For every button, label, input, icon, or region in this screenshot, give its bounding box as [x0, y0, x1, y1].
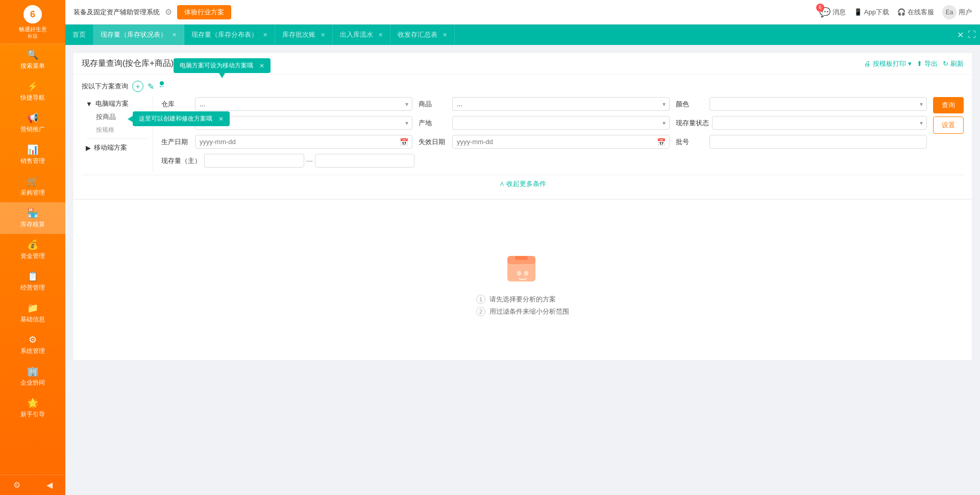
- batch-input[interactable]: [709, 135, 927, 149]
- sidebar-item-marketing[interactable]: 📢 营销推广: [0, 107, 65, 139]
- sidebar-item-operations[interactable]: 📋 经营管理: [0, 266, 65, 297]
- sidebar-item-inventory[interactable]: 🏪 库存核算: [0, 202, 65, 234]
- message-btn[interactable]: 💬 6 消息: [819, 7, 846, 18]
- sidebar-item-guide[interactable]: 🌟 新手引导: [0, 392, 65, 424]
- maximize-icon[interactable]: ⛶: [968, 30, 976, 39]
- tab-batch-ledger[interactable]: 库存批次账 ✕: [275, 25, 333, 45]
- empty-icon-wrap: [497, 241, 548, 287]
- trial-button[interactable]: 体验行业方案: [177, 5, 231, 19]
- tooltip-desktop-scheme: 电脑方案可设为移动方案哦 ✕: [174, 58, 271, 73]
- lightning-icon: ⚡: [27, 81, 38, 92]
- logo-text: 畅通好生意 标版: [19, 26, 47, 39]
- expire-date-start-input[interactable]: [452, 135, 670, 149]
- tooltip-create-scheme: 这里可以创建和修改方案哦 ✕: [133, 111, 230, 126]
- page-title: 现存量查询(按仓库+商品): [82, 58, 174, 69]
- filter-header: 按以下方案查询 + ✎ ← 电脑方案可设为移动方案哦 ✕: [82, 81, 964, 92]
- expire-date-range: 📅: [452, 135, 670, 149]
- sidebar-item-finance[interactable]: 💰 资金管理: [0, 234, 65, 266]
- color-dropdown-icon: ▾: [920, 101, 923, 108]
- step-1-num: 1: [476, 295, 485, 304]
- origin-select[interactable]: [452, 116, 670, 130]
- tooltip2-close[interactable]: ✕: [218, 115, 224, 123]
- filter-left-arrow-btn[interactable]: ←: [158, 82, 165, 90]
- online-service-btn[interactable]: 🎧 在线客服: [897, 8, 934, 17]
- tab-in-out-flow[interactable]: 出入库流水 ✕: [333, 25, 390, 45]
- sidebar-item-enterprise[interactable]: 🏢 企业协同: [0, 361, 65, 392]
- stock-qty-min-input[interactable]: [204, 154, 304, 168]
- filter-field-prod-date: 生产日期 📅: [161, 135, 412, 149]
- stock-status-select[interactable]: [712, 116, 927, 130]
- color-select[interactable]: [709, 97, 927, 111]
- collapse-sidebar-icon[interactable]: ◀: [46, 480, 53, 490]
- scheme-separator: [86, 138, 149, 139]
- query-button[interactable]: 查询: [933, 97, 964, 113]
- filter-field-batch: 批号: [676, 135, 927, 149]
- prod-date-start-input[interactable]: [195, 135, 412, 149]
- tab-close-recv-summary[interactable]: ✕: [443, 32, 447, 38]
- filter-field-origin: 产地 ▾: [419, 116, 670, 130]
- stock-qty-max-input[interactable]: [315, 154, 415, 168]
- origin-label: 产地: [419, 119, 449, 128]
- cart-icon: 🛒: [27, 176, 38, 187]
- stock-status-select-wrap: ▾: [712, 116, 927, 130]
- filter-row-4: 现存量（主） —: [161, 154, 927, 168]
- money-icon: 💰: [27, 239, 38, 250]
- prod-date-start-wrap: 📅: [195, 135, 412, 149]
- gear-icon: ⚙: [29, 334, 37, 345]
- origin-dropdown-icon: ▾: [663, 120, 666, 127]
- clipboard-icon: 📋: [27, 271, 38, 282]
- empty-illustration: [497, 241, 548, 287]
- sidebar-item-basic-info[interactable]: 📁 基础信息: [0, 297, 65, 329]
- export-btn[interactable]: ⬆ 导出: [917, 59, 938, 68]
- folder-icon: 📁: [27, 302, 38, 314]
- stock-status-dropdown-icon: ▾: [920, 120, 923, 127]
- sidebar-item-system[interactable]: ⚙ 系统管理: [0, 329, 65, 361]
- reset-button[interactable]: 设置: [933, 116, 964, 134]
- stock-qty-label: 现存量（主）: [161, 156, 201, 166]
- tab-close-batch-ledger[interactable]: ✕: [321, 32, 325, 38]
- tab-close-inventory-dist[interactable]: ✕: [263, 32, 267, 38]
- tab-close-inventory-status[interactable]: ✕: [172, 32, 177, 38]
- store-icon: 🏪: [27, 207, 38, 219]
- user-menu-btn[interactable]: Ea 用户: [942, 5, 972, 19]
- scheme-mobile-header[interactable]: ▶ 移动端方案: [82, 141, 153, 154]
- stock-qty-range: —: [204, 154, 414, 168]
- template-print-btn[interactable]: 🖨 按模板打印 ▾: [864, 59, 912, 68]
- user-avatar: Ea: [942, 5, 957, 19]
- chart-icon: 📊: [27, 144, 38, 155]
- filter-add-btn[interactable]: +: [132, 81, 143, 92]
- app-download-btn[interactable]: 📱 App下载: [854, 8, 889, 17]
- phone-icon: 📱: [854, 8, 862, 16]
- close-tab-icon[interactable]: ✕: [957, 30, 964, 40]
- scheme-desktop-header[interactable]: ▼ 电脑端方案: [82, 97, 153, 110]
- tab-home[interactable]: 首页: [65, 25, 93, 45]
- tab-recv-summary[interactable]: 收发存汇总表 ✕: [390, 25, 455, 45]
- chevron-up-icon: ∧: [499, 180, 507, 187]
- color-select-wrap: ▾: [709, 97, 927, 111]
- range-separator: —: [306, 157, 313, 164]
- empty-state: 1 请先选择要分析的方案 2 用过滤条件来缩小分析范围: [74, 200, 972, 360]
- sidebar-item-sales[interactable]: 📊 销售管理: [0, 139, 65, 171]
- tab-inventory-dist[interactable]: 现存量（库存分布表） ✕: [184, 25, 275, 45]
- sidebar-item-search[interactable]: 🔍 搜索菜单: [0, 44, 65, 76]
- filter-action-buttons: 查询 设置: [933, 97, 964, 134]
- batch-input-wrap: [709, 135, 927, 149]
- filter-edit-btn[interactable]: ✎: [148, 82, 154, 91]
- goods-dropdown-icon: ▾: [663, 101, 666, 108]
- warehouse-select[interactable]: ...: [195, 97, 412, 111]
- header-left: 装备及固定资产辅助管理系统 ⚙ 体验行业方案: [74, 5, 231, 19]
- goods-select[interactable]: ...: [452, 97, 670, 111]
- search-icon: 🔍: [27, 49, 38, 60]
- tab-close-in-out-flow[interactable]: ✕: [378, 32, 383, 38]
- header-settings-icon[interactable]: ⚙: [165, 7, 172, 17]
- collapse-more-btn[interactable]: ∧ 收起更多条件: [82, 175, 964, 193]
- refresh-btn[interactable]: ↻ 刷新: [943, 59, 964, 68]
- tab-bar-actions: ✕ ⛶: [957, 30, 980, 40]
- tooltip1-close[interactable]: ✕: [259, 62, 264, 69]
- sidebar-nav: 🔍 搜索菜单 ⚡ 快捷导航 📢 营销推广 📊 销售管理 🛒 采购管理 🏪 库存核…: [0, 44, 65, 475]
- sidebar-item-quick-nav[interactable]: ⚡ 快捷导航: [0, 76, 65, 107]
- svg-point-3: [517, 271, 521, 276]
- settings-bottom-icon[interactable]: ⚙: [13, 480, 20, 490]
- sidebar-item-purchase[interactable]: 🛒 采购管理: [0, 171, 65, 202]
- tab-inventory-status[interactable]: 现存量（库存状况表） ✕: [93, 25, 184, 45]
